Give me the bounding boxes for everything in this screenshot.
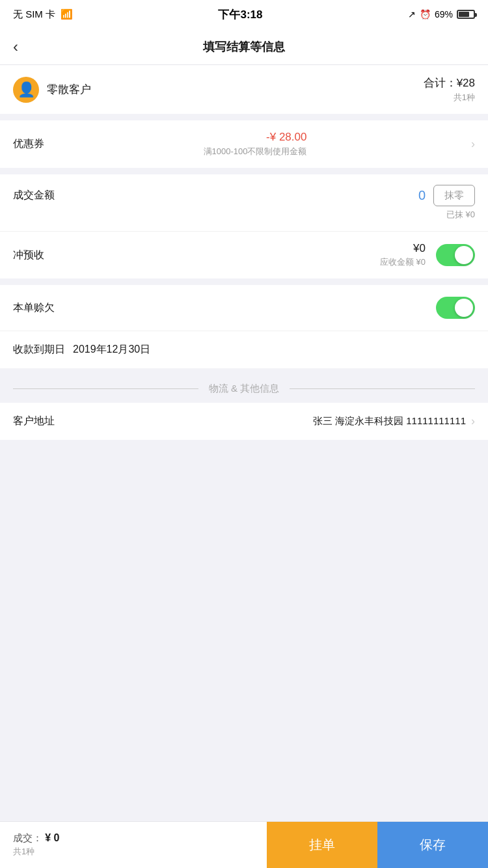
- debit-section: 本单赊欠 收款到期日 2019年12月30日: [0, 285, 488, 368]
- battery-fill: [459, 12, 469, 17]
- bottom-bar: 成交： ¥ 0 共1种 挂单 保存: [0, 821, 488, 868]
- debit-toggle-knob: [455, 299, 473, 317]
- status-right: ↗ ⏰ 69%: [408, 9, 475, 20]
- nav-bar: ‹ 填写结算等信息: [0, 29, 488, 65]
- debit-toggle[interactable]: [436, 297, 475, 319]
- prepay-sub: 应收金额 ¥0: [380, 256, 426, 268]
- debit-label: 本单赊欠: [13, 301, 55, 315]
- customer-right: 合计：¥28 共1种: [424, 75, 475, 103]
- deal-amount-section: 成交金额 0 抹零 已抹 ¥0 冲预收 ¥0 应收金额 ¥0: [0, 174, 488, 278]
- toggle-knob: [455, 246, 473, 264]
- prepay-right: ¥0 应收金额 ¥0: [380, 242, 475, 268]
- wifi-icon: 📶: [61, 8, 73, 20]
- avatar: 👤: [13, 77, 39, 103]
- status-time: 下午3:18: [218, 7, 262, 22]
- customer-section: 👤 零散客户 合计：¥28 共1种: [0, 65, 488, 114]
- address-value: 张三 海淀永丰科技园 11111111111: [65, 415, 466, 427]
- total-count: 共1种: [424, 92, 475, 103]
- coupon-value: -¥ 28.00: [266, 131, 306, 144]
- customer-row: 👤 零散客户 合计：¥28 共1种: [0, 65, 488, 114]
- address-label: 客户地址: [13, 414, 55, 428]
- coupon-sub: 满1000-100不限制使用金额: [204, 146, 307, 157]
- duedate-row: 收款到期日 2019年12月30日: [13, 343, 475, 357]
- coupon-section[interactable]: 优惠券 -¥ 28.00 满1000-100不限制使用金额 ›: [0, 120, 488, 168]
- battery-percent: 69%: [435, 9, 453, 20]
- prepay-label: 冲预收: [13, 249, 44, 262]
- amount-row: 成交金额 0 抹零: [13, 185, 475, 206]
- prepay-value-col: ¥0 应收金额 ¥0: [380, 242, 426, 268]
- bottom-deal-amount: ¥ 0: [45, 832, 59, 843]
- duedate-value: 2019年12月30日: [73, 343, 150, 357]
- prepay-toggle[interactable]: [436, 244, 475, 266]
- nav-title: 填写结算等信息: [203, 39, 285, 55]
- coupon-chevron-icon: ›: [471, 137, 475, 151]
- deal-amount-value: 0: [418, 188, 426, 203]
- round-zero-button[interactable]: 抹零: [433, 185, 475, 206]
- amount-right: 0 抹零: [418, 185, 475, 206]
- header-line-left: [13, 388, 198, 389]
- main-scroll: 👤 零散客户 合计：¥28 共1种 优惠券 -¥ 28.00 满1000-100…: [0, 65, 488, 492]
- back-button[interactable]: ‹: [8, 33, 23, 61]
- status-bar: 无 SIM 卡 📶 下午3:18 ↗ ⏰ 69%: [0, 0, 488, 29]
- save-button[interactable]: 保存: [377, 822, 488, 869]
- bottom-count: 共1种: [13, 846, 254, 858]
- status-left: 无 SIM 卡 📶: [13, 8, 73, 21]
- divider-1: [0, 114, 488, 120]
- prepay-row: 冲预收 ¥0 应收金额 ¥0: [13, 242, 475, 268]
- divider-2: [0, 168, 488, 174]
- debit-row: 本单赊欠: [0, 285, 488, 331]
- coupon-right: -¥ 28.00 满1000-100不限制使用金额: [204, 131, 307, 157]
- prepay-value: ¥0: [380, 242, 426, 255]
- divider-3: [0, 278, 488, 285]
- amount-section: 成交金额 0 抹零 已抹 ¥0: [0, 174, 488, 231]
- address-section[interactable]: 客户地址 张三 海淀永丰科技园 11111111111 ›: [0, 403, 488, 440]
- avatar-icon: 👤: [18, 81, 35, 98]
- header-line-right: [290, 388, 475, 389]
- duedate-label: 收款到期日: [13, 343, 65, 357]
- coupon-label: 优惠券: [13, 137, 44, 151]
- address-chevron-icon: ›: [471, 414, 475, 428]
- address-row[interactable]: 客户地址 张三 海淀永丰科技园 11111111111 ›: [0, 403, 488, 440]
- carrier-text: 无 SIM 卡: [13, 8, 55, 21]
- battery-bar: [457, 10, 475, 19]
- customer-name: 零散客户: [47, 82, 91, 97]
- logistics-header-text: 物流 & 其他信息: [198, 383, 290, 395]
- duedate-section: 收款到期日 2019年12月30日: [0, 331, 488, 368]
- logistics-header: 物流 & 其他信息: [0, 375, 488, 403]
- total-amount: 合计：¥28: [424, 75, 475, 90]
- coupon-row[interactable]: 优惠券 -¥ 28.00 满1000-100不限制使用金额 ›: [0, 120, 488, 168]
- bottom-deal-label: 成交：: [13, 832, 42, 843]
- bottom-deal-row: 成交： ¥ 0: [13, 832, 254, 845]
- alarm-icon: ⏰: [420, 9, 431, 20]
- location-icon: ↗: [408, 9, 416, 20]
- prepay-section: 冲预收 ¥0 应收金额 ¥0: [0, 231, 488, 278]
- customer-left: 👤 零散客户: [13, 77, 91, 103]
- hang-order-button[interactable]: 挂单: [267, 822, 377, 869]
- deal-amount-label: 成交金额: [13, 189, 55, 202]
- bottom-info: 成交： ¥ 0 共1种: [0, 827, 267, 863]
- divider-4: [0, 368, 488, 375]
- deal-amount-sub: 已抹 ¥0: [13, 209, 475, 221]
